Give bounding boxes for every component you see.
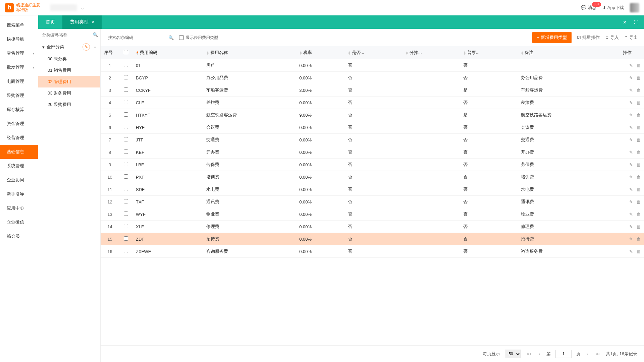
search-input[interactable] <box>107 33 174 42</box>
panel-collapse-icon[interactable]: « <box>94 45 96 50</box>
cell-checkbox[interactable] <box>119 121 132 134</box>
delete-icon[interactable]: 🗑 <box>636 249 641 254</box>
row-checkbox[interactable] <box>124 236 128 241</box>
org-selector[interactable]: ⌄ <box>50 4 85 11</box>
table-row[interactable]: 9LBF劳保费0.00%否否劳保费✎🗑 <box>101 159 644 171</box>
sidebar-item-0[interactable]: 搜索菜单 <box>0 18 38 32</box>
delete-icon[interactable]: 🗑 <box>636 199 641 204</box>
category-all-label[interactable]: 全部分类 <box>47 44 64 50</box>
col-note[interactable]: ▲▼备注 <box>518 46 610 59</box>
table-row[interactable]: 7JTF交通费0.00%否否交通费✎🗑 <box>101 134 644 146</box>
cell-checkbox[interactable] <box>119 245 132 258</box>
category-item-0[interactable]: 00 未分类 <box>38 53 100 65</box>
page-next-icon[interactable]: › <box>585 351 589 356</box>
avatar[interactable] <box>630 3 639 12</box>
cell-checkbox[interactable] <box>119 159 132 171</box>
category-edit-button[interactable]: ✎ <box>83 43 90 51</box>
col-seq[interactable]: 序号 <box>101 46 119 59</box>
col-rate[interactable]: ▲▼税率 <box>296 46 344 59</box>
cell-checkbox[interactable] <box>119 196 132 208</box>
delete-icon[interactable]: 🗑 <box>636 125 641 130</box>
delete-icon[interactable]: 🗑 <box>636 237 641 242</box>
table-row[interactable]: 14XLF修理费0.00%否否修理费✎🗑 <box>101 221 644 233</box>
delete-icon[interactable]: 🗑 <box>636 63 641 68</box>
import-button[interactable]: ↧导入 <box>605 35 619 41</box>
category-item-4[interactable]: 20 采购费用 <box>38 99 100 110</box>
edit-icon[interactable]: ✎ <box>629 175 633 180</box>
edit-icon[interactable]: ✎ <box>629 249 633 254</box>
tab-close-all-icon[interactable]: ✕ <box>621 18 629 26</box>
tree-expand-icon[interactable]: ▾ <box>42 45 45 50</box>
search-icon[interactable]: 🔍 <box>93 32 98 37</box>
app-download-button[interactable]: ⬇ App下载 <box>602 5 624 11</box>
row-checkbox[interactable] <box>124 63 128 67</box>
table-row[interactable]: 4CLF差旅费0.00%否否差旅费✎🗑 <box>101 97 644 109</box>
edit-icon[interactable]: ✎ <box>629 237 633 242</box>
row-checkbox[interactable] <box>124 174 128 179</box>
delete-icon[interactable]: 🗑 <box>636 212 641 217</box>
category-search-input[interactable] <box>42 33 93 37</box>
delete-icon[interactable]: 🗑 <box>636 100 641 105</box>
table-row[interactable]: 10PXF培训费0.00%否否培训费✎🗑 <box>101 171 644 183</box>
sidebar-item-11[interactable]: 企业协同 <box>0 173 38 187</box>
row-checkbox[interactable] <box>124 249 128 253</box>
category-item-3[interactable]: 03 财务费用 <box>38 87 100 99</box>
row-checkbox[interactable] <box>124 187 128 191</box>
cell-checkbox[interactable] <box>119 72 132 84</box>
table-row[interactable]: 5HTKYF航空铁路客运费9.00%否是航空铁路客运费✎🗑 <box>101 109 644 121</box>
edit-icon[interactable]: ✎ <box>629 113 633 118</box>
sidebar-item-1[interactable]: 快捷导航 <box>0 32 38 46</box>
delete-icon[interactable]: 🗑 <box>636 137 641 142</box>
sidebar-item-14[interactable]: 企业微信 <box>0 215 38 229</box>
row-checkbox[interactable] <box>124 224 128 228</box>
tab-1[interactable]: 费用类型✕ <box>62 15 102 29</box>
table-row[interactable]: 13WYF物业费0.00%否否物业费✎🗑 <box>101 208 644 221</box>
row-checkbox[interactable] <box>124 162 128 166</box>
edit-icon[interactable]: ✎ <box>629 212 633 217</box>
close-icon[interactable]: ✕ <box>91 20 94 24</box>
page-input[interactable] <box>555 350 572 358</box>
row-checkbox[interactable] <box>124 100 128 104</box>
show-disabled-input[interactable] <box>179 35 184 40</box>
page-last-icon[interactable]: ⏭ <box>594 351 601 356</box>
per-page-select[interactable]: 50 <box>505 350 521 358</box>
sidebar-item-3[interactable]: 批发管理 <box>0 60 38 74</box>
col-pu[interactable]: ▲▼普票... <box>460 46 518 59</box>
sidebar-item-13[interactable]: 应用中心 <box>0 201 38 215</box>
edit-icon[interactable]: ✎ <box>629 75 633 80</box>
delete-icon[interactable]: 🗑 <box>636 75 641 80</box>
fullscreen-icon[interactable]: ⛶ <box>632 18 640 26</box>
col-code[interactable]: ▲▼费用编码 <box>132 46 203 59</box>
delete-icon[interactable]: 🗑 <box>636 162 641 167</box>
edit-icon[interactable]: ✎ <box>629 137 633 142</box>
sidebar-item-10[interactable]: 系统管理 <box>0 159 38 173</box>
sidebar-item-12[interactable]: 新手引导 <box>0 187 38 201</box>
add-button[interactable]: + 新增费用类型 <box>532 32 572 43</box>
select-all-checkbox[interactable] <box>124 50 128 54</box>
col-is[interactable]: ▲▼是否... <box>344 46 402 59</box>
edit-icon[interactable]: ✎ <box>629 100 633 105</box>
delete-icon[interactable]: 🗑 <box>636 113 641 118</box>
table-row[interactable]: 11SDF水电费0.00%否否水电费✎🗑 <box>101 183 644 196</box>
edit-icon[interactable]: ✎ <box>629 150 633 155</box>
sidebar-item-4[interactable]: 电商管理 <box>0 74 38 88</box>
table-row[interactable]: 16ZXFWF咨询服务费0.00%否否咨询服务费✎🗑 <box>101 245 644 258</box>
table-row[interactable]: 15ZDF招待费0.00%否否招待费✎🗑 <box>101 233 644 245</box>
cell-checkbox[interactable] <box>119 171 132 183</box>
page-first-icon[interactable]: ⏮ <box>526 351 533 356</box>
row-checkbox[interactable] <box>124 149 128 154</box>
row-checkbox[interactable] <box>124 199 128 203</box>
col-name[interactable]: ▲▼费用名称 <box>203 46 296 59</box>
delete-icon[interactable]: 🗑 <box>636 175 641 180</box>
sidebar-item-8[interactable]: 经营管理 <box>0 131 38 145</box>
bulk-action-button[interactable]: ☑批量操作 <box>577 35 600 41</box>
sidebar-item-7[interactable]: 资金管理 <box>0 117 38 131</box>
edit-icon[interactable]: ✎ <box>629 187 633 192</box>
sidebar-item-2[interactable]: 零售管理 <box>0 46 38 60</box>
page-prev-icon[interactable]: ‹ <box>537 351 541 356</box>
row-checkbox[interactable] <box>124 137 128 141</box>
sidebar-item-6[interactable]: 库存核算 <box>0 103 38 117</box>
category-item-2[interactable]: 02 管理费用 <box>38 76 100 87</box>
cell-checkbox[interactable] <box>119 134 132 146</box>
row-checkbox[interactable] <box>124 112 128 117</box>
